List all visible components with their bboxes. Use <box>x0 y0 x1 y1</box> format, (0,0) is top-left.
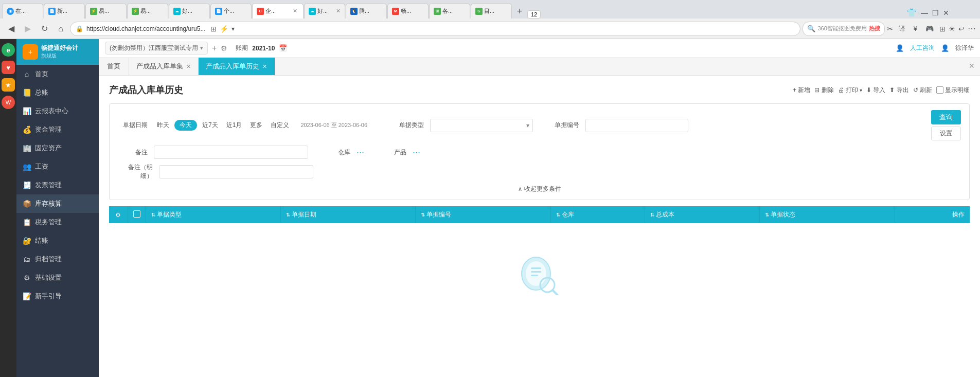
type-select[interactable]: ▾ <box>430 119 533 132</box>
app-icon-e[interactable]: e <box>2 43 15 57</box>
back-button[interactable]: ◀ <box>4 22 19 36</box>
tab-list-close[interactable]: ✕ <box>186 63 191 70</box>
url-bar[interactable]: 🔒 https://cloud.chanjet.com/accounting/u… <box>70 22 800 36</box>
tab-close-7[interactable]: ✕ <box>291 7 299 15</box>
minimize-button[interactable]: — <box>921 9 928 17</box>
home-button[interactable]: ⌂ <box>54 22 68 36</box>
tab-new-button[interactable]: + <box>512 4 527 19</box>
number-input[interactable] <box>585 119 688 132</box>
tab-history[interactable]: 产成品入库单历史 ✕ <box>199 58 275 75</box>
sidebar-item-payroll[interactable]: 👥 工资 <box>16 157 99 176</box>
calendar-icon[interactable]: 📅 <box>279 44 287 52</box>
tab-5[interactable]: ☁ 好... <box>169 3 210 19</box>
date-btn-more[interactable]: 更多 <box>247 120 265 131</box>
tab-8[interactable]: ☁ 好... ✕ <box>304 3 345 19</box>
import-button[interactable]: ⬇ 导入 <box>866 86 885 95</box>
grid-icon[interactable]: ⊞ <box>210 25 217 33</box>
sidebar-item-invoices[interactable]: 🧾 发票管理 <box>16 176 99 194</box>
gear-icon[interactable]: ⚙ <box>221 44 227 52</box>
col-date[interactable]: ⇅单据日期 <box>280 206 415 223</box>
currency-icon[interactable]: ¥ <box>911 24 920 33</box>
export-button[interactable]: ⬆ 导出 <box>889 86 908 95</box>
tab-7-active[interactable]: C 企... ✕ <box>252 3 304 19</box>
more-icon[interactable]: ⋯ <box>968 24 976 33</box>
type-dropdown-icon: ▾ <box>526 122 529 129</box>
col-settings[interactable]: ⚙ <box>109 206 128 223</box>
add-account-button[interactable]: + <box>212 44 217 53</box>
sidebar-item-tax[interactable]: 📋 税务管理 <box>16 213 99 231</box>
col-number[interactable]: ⇅单据编号 <box>416 206 550 223</box>
date-btn-today[interactable]: 今天 <box>174 120 197 131</box>
sidebar-item-fixed-assets[interactable]: 🏢 固定资产 <box>16 139 99 157</box>
main-content: (勿删勿禁用）江西服宝测试专用 ▾ + ⚙ 账期 2021-10 📅 👤 人工咨… <box>99 39 980 377</box>
tab-9[interactable]: 🐧 腾... <box>346 3 387 19</box>
service-label[interactable]: 人工咨询 <box>910 44 935 52</box>
sidebar-item-reports[interactable]: 📊 云报表中心 <box>16 102 99 120</box>
date-btn-7days[interactable]: 近7天 <box>199 120 221 131</box>
side-panel-close[interactable]: ✕ <box>964 58 980 74</box>
header-checkbox[interactable] <box>133 210 140 218</box>
settings-gear-icon[interactable]: ⚙ <box>115 211 121 219</box>
tab-close-8[interactable]: ✕ <box>336 8 341 14</box>
app-icon-star[interactable]: ★ <box>2 78 15 92</box>
forward-button[interactable]: ▶ <box>21 22 35 36</box>
print-button[interactable]: 🖨 打印 ▾ <box>838 86 862 95</box>
app-icon-heart[interactable]: ♥ <box>2 61 15 74</box>
sidebar-item-general-ledger[interactable]: 📒 总账 <box>16 83 99 102</box>
product-dots[interactable]: ··· <box>413 147 420 158</box>
tab-title-4: 易... <box>140 7 164 15</box>
show-columns-label[interactable]: 显示明细 <box>936 86 970 95</box>
date-btn-custom[interactable]: 自定义 <box>268 120 292 131</box>
sidebar-item-funds[interactable]: 💰 资金管理 <box>16 120 99 139</box>
query-button[interactable]: 查询 <box>931 110 961 124</box>
tab-4[interactable]: ⚡ 易... <box>127 3 168 19</box>
tab-title-8: 好... <box>317 7 334 15</box>
scissors-icon[interactable]: ✂ <box>887 25 893 33</box>
tab-11[interactable]: ⊞ 各... <box>429 3 470 19</box>
col-warehouse[interactable]: ⇅仓库 <box>550 206 645 223</box>
sidebar-item-inventory[interactable]: 📦 库存核算 <box>16 194 99 213</box>
tab-6[interactable]: 📄 个... <box>210 3 252 19</box>
col-type[interactable]: ⇅单据类型 <box>146 206 280 223</box>
tab-2[interactable]: 📄 新... <box>44 3 85 19</box>
game-icon[interactable]: 🎮 <box>923 24 936 33</box>
collapse-button[interactable]: ∧ 收起更多条件 <box>518 185 561 193</box>
date-btn-1month[interactable]: 近1月 <box>223 120 245 131</box>
date-btn-yesterday[interactable]: 昨天 <box>154 120 172 131</box>
warehouse-dots[interactable]: ··· <box>357 147 364 158</box>
account-selector[interactable]: (勿删勿禁用）江西服宝测试专用 ▾ <box>105 42 208 55</box>
search-area[interactable]: 🔍 360智能抠图免费用 热搜 <box>803 22 884 36</box>
translate-icon[interactable]: 译 <box>896 23 908 34</box>
refresh-button[interactable]: ↻ <box>37 22 51 36</box>
tab-list[interactable]: 产成品入库单集 ✕ <box>129 58 199 75</box>
dropdown-icon[interactable]: ▾ <box>231 25 235 32</box>
refresh-btn[interactable]: ↺ 刷新 <box>913 86 932 95</box>
sidebar-item-settlement[interactable]: 🔐 结账 <box>16 231 99 250</box>
tab-home[interactable]: 首页 <box>99 58 129 75</box>
settings-button[interactable]: 设置 <box>931 127 961 140</box>
sidebar-item-newbie[interactable]: 📝 新手引导 <box>16 287 99 306</box>
tab-12[interactable]: S 目... <box>471 3 512 19</box>
col-status[interactable]: ⇅单据状态 <box>760 206 895 223</box>
tab-10[interactable]: M 畅... <box>387 3 429 19</box>
sidebar-item-settings[interactable]: ⚙ 基础设置 <box>16 268 99 287</box>
tab-1[interactable]: ◉ 在... <box>2 3 43 19</box>
delete-button[interactable]: ⊟ 删除 <box>814 86 833 95</box>
tab-3[interactable]: ⚡ 易... <box>85 3 127 19</box>
theme-icon[interactable]: ☀ <box>949 25 955 33</box>
sidebar-item-home[interactable]: ⌂ 首页 <box>16 65 99 83</box>
apps-icon[interactable]: ⊞ <box>939 25 946 33</box>
col-total-cost[interactable]: ⇅总成本 <box>645 206 760 223</box>
app-icon-weibo[interactable]: W <box>2 96 15 109</box>
lightning-icon[interactable]: ⚡ <box>220 25 228 33</box>
add-button[interactable]: + 新增 <box>793 86 810 95</box>
sidebar-item-archive[interactable]: 🗂 归档管理 <box>16 250 99 268</box>
close-button[interactable]: ✕ <box>943 9 949 17</box>
note-input[interactable] <box>154 146 308 159</box>
toolbar: + 新增 ⊟ 删除 🖨 打印 ▾ ⬇ 导入 ⬆ 导出 ↺ 刷新 显示明细 <box>793 86 970 95</box>
col-checkbox[interactable] <box>128 206 146 223</box>
tab-history-close[interactable]: ✕ <box>262 63 267 70</box>
history-icon[interactable]: ↩ <box>958 25 965 33</box>
restore-button[interactable]: ❐ <box>932 9 939 17</box>
detail-note-input[interactable] <box>159 165 313 178</box>
